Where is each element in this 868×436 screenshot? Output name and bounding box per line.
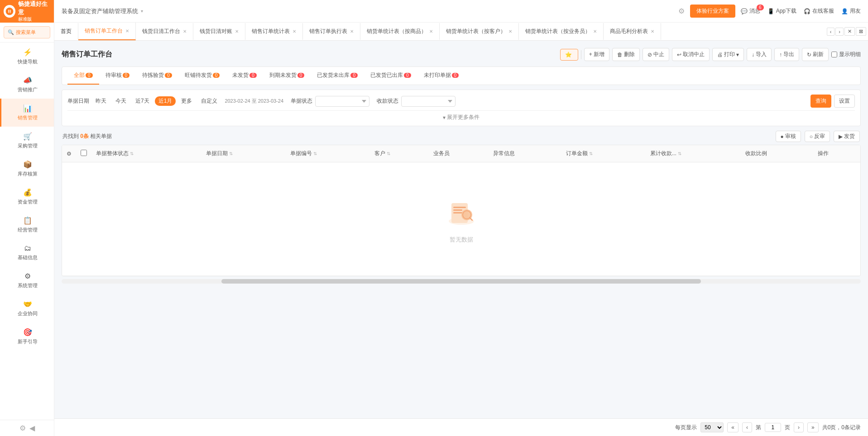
expand-filter-button[interactable]: ▾ 展开更多条件 [443, 114, 480, 121]
tab-cash-account-close[interactable]: ✕ [235, 29, 239, 34]
page-header: 销售订单工作台 ⭐ + 新增 🗑 删除 ⊘ 中止 [62, 48, 861, 61]
tab-sales-exec-close[interactable]: ✕ [350, 29, 354, 34]
sort-received-icon[interactable]: ⇅ [678, 151, 681, 156]
add-button[interactable]: + 新增 [584, 48, 609, 61]
ai-generate-button[interactable]: ⭐ [560, 49, 578, 61]
last-page-button[interactable]: » [807, 422, 819, 432]
results-bar: 共找到 0条 相关单据 ● 审核 ○ 反审 ▶ 发货 [62, 131, 861, 142]
tab-sales-exec[interactable]: 销售订单执行表 ✕ [303, 23, 360, 40]
tab-cash-daily-close[interactable]: ✕ [183, 29, 187, 34]
payment-filter-select[interactable] [401, 96, 456, 107]
sidebar-item-basic-info[interactable]: 🗂 基础信息 [0, 239, 54, 266]
next-page-button[interactable]: › [794, 422, 804, 432]
sidebar-item-operations[interactable]: 📋 经营管理 [0, 211, 54, 239]
show-detail-checkbox-label[interactable]: 显示明细 [831, 51, 861, 58]
filter-tab-all[interactable]: 全部0 [67, 67, 99, 85]
stop-button[interactable]: ⊘ 中止 [643, 48, 669, 61]
print-button[interactable]: 🖨 打印 ▾ [712, 48, 744, 61]
page-number-input[interactable] [765, 423, 781, 432]
filter-tab-overdue-ship[interactable]: 到期未发货0 [263, 67, 311, 85]
filter-tab-shipped-out[interactable]: 已发货已出库0 [364, 67, 417, 85]
date-opt-custom[interactable]: 自定义 [197, 96, 221, 106]
tab-cash-account[interactable]: 钱货日清对账 ✕ [193, 23, 245, 40]
page-size-select[interactable]: 50 10 20 100 [700, 422, 724, 432]
tab-sales-stat4-close[interactable]: ✕ [593, 29, 597, 34]
filter-settings-button[interactable]: 设置 [834, 95, 855, 108]
th-status-label: 单据整体状态 [96, 150, 129, 156]
sidebar-item-marketing[interactable]: 📣 营销推广 [0, 71, 54, 99]
sidebar-item-quick-nav[interactable]: ⚡ 快捷导航 [0, 43, 54, 71]
settings-footer-button[interactable]: ⚙ [19, 424, 26, 432]
sidebar-nav: ⚡ 快捷导航 📣 营销推广 📊 销售管理 🛒 采购管理 📦 库存核算 💰 资金管… [0, 43, 54, 420]
tab-sales-stat3-close[interactable]: ✕ [508, 29, 512, 34]
industry-solution-button[interactable]: 体验行业方案 [690, 5, 735, 18]
import-button[interactable]: ↓ 导入 [747, 48, 772, 61]
refresh-button[interactable]: ↻ 刷新 [802, 48, 829, 61]
user-profile-button[interactable]: 👤 用友 [841, 7, 861, 15]
tab-cash-daily[interactable]: 钱货日清工作台 ✕ [136, 23, 193, 40]
scrollbar-thumb[interactable] [221, 279, 701, 284]
sidebar-item-inventory[interactable]: 📦 库存核算 [0, 155, 54, 183]
tab-sales-stat[interactable]: 销售订单统计表 ✕ [245, 23, 303, 40]
tab-sales-stat2[interactable]: 销货单统计表（按商品） ✕ [360, 23, 440, 40]
page-actions: ⭐ + 新增 🗑 删除 ⊘ 中止 ↩ 取消中止 [560, 48, 861, 61]
sidebar-item-cooperation[interactable]: 🤝 企业协同 [0, 294, 54, 322]
tab-sales-workbench-close[interactable]: ✕ [125, 28, 129, 33]
filter-tab-not-printed[interactable]: 未打印单据0 [417, 67, 465, 85]
message-button[interactable]: 💬 6 消息 [741, 7, 760, 15]
export-button[interactable]: ↑ 导出 [774, 48, 799, 61]
sidebar-item-sales[interactable]: 📊 销售管理 [0, 99, 54, 127]
system-dropdown-icon[interactable]: ▾ [141, 9, 143, 14]
filter-tab-not-shipped[interactable]: 未发货0 [226, 67, 263, 85]
tab-sales-workbench[interactable]: 销售订单工作台 ✕ [78, 23, 136, 40]
tab-sales-stat3[interactable]: 销货单统计表（按客户） ✕ [440, 23, 519, 40]
filter-tab-shipped-not-out[interactable]: 已发货未出库0 [311, 67, 364, 85]
review-button[interactable]: ● 审核 [776, 131, 801, 142]
tab-close-all-button[interactable]: ⊠ [856, 27, 866, 36]
query-button[interactable]: 查询 [810, 95, 831, 108]
tab-close-current-button[interactable]: ✕ [844, 27, 855, 36]
date-opt-1month[interactable]: 近1月 [155, 96, 176, 106]
cancel-stop-button[interactable]: ↩ 取消中止 [672, 48, 710, 61]
topbar-gear-icon[interactable]: ⚙ [678, 7, 685, 15]
sort-number-icon[interactable]: ⇅ [313, 151, 317, 156]
date-opt-7days[interactable]: 近7天 [132, 96, 153, 106]
tab-scroll-left-button[interactable]: ‹ [827, 28, 835, 36]
status-filter-select[interactable] [315, 96, 369, 107]
sort-customer-icon[interactable]: ⇅ [387, 151, 390, 156]
sidebar-item-guide[interactable]: 🎯 新手引导 [0, 322, 54, 351]
first-page-button[interactable]: « [727, 422, 739, 432]
anti-review-button[interactable]: ○ 反审 [805, 131, 830, 142]
date-opt-yesterday[interactable]: 昨天 [92, 96, 110, 106]
app-download-button[interactable]: 📱 App下载 [767, 7, 796, 15]
sort-status-icon[interactable]: ⇅ [130, 151, 134, 156]
tab-sales-stat2-close[interactable]: ✕ [429, 29, 433, 34]
sidebar-item-system[interactable]: ⚙ 系统管理 [0, 266, 54, 294]
filter-tab-wangpu-ship[interactable]: 旺铺待发货0 [178, 67, 226, 85]
filter-tab-pending-review[interactable]: 待审核0 [99, 67, 136, 85]
tab-profit-analysis[interactable]: 商品毛利分析表 ✕ [604, 23, 661, 40]
sort-date-icon[interactable]: ⇅ [229, 151, 233, 156]
tab-home[interactable]: 首页 [54, 23, 78, 40]
search-menu-button[interactable]: 🔍 搜索菜单 [4, 26, 50, 38]
sidebar-item-purchase[interactable]: 🛒 采购管理 [0, 127, 54, 155]
tab-scroll-right-button[interactable]: › [835, 28, 844, 36]
tab-profit-analysis-close[interactable]: ✕ [651, 29, 654, 34]
date-opt-today[interactable]: 今天 [112, 96, 130, 106]
gear-icon[interactable]: ⚙ [67, 151, 72, 157]
tab-sales-stat-close[interactable]: ✕ [293, 29, 296, 34]
filter-tab-pending-check[interactable]: 待拣验货0 [136, 67, 178, 85]
prev-page-button[interactable]: ‹ [742, 422, 752, 432]
select-all-checkbox[interactable] [81, 150, 87, 156]
date-opt-more[interactable]: 更多 [177, 96, 196, 106]
collapse-sidebar-button[interactable]: ◀ [29, 424, 35, 432]
ship-button[interactable]: ▶ 发货 [834, 131, 860, 142]
empty-state: 暂无数据 [67, 167, 856, 271]
horizontal-scrollbar[interactable] [62, 279, 861, 284]
sidebar-item-finance[interactable]: 💰 资金管理 [0, 183, 54, 211]
tab-sales-stat4[interactable]: 销货单统计表（按业务员） ✕ [519, 23, 604, 40]
show-detail-checkbox[interactable] [831, 52, 837, 57]
online-service-button[interactable]: 🎧 在线客服 [804, 7, 834, 15]
delete-button[interactable]: 🗑 删除 [612, 48, 640, 61]
sort-amount-icon[interactable]: ⇅ [589, 151, 593, 156]
